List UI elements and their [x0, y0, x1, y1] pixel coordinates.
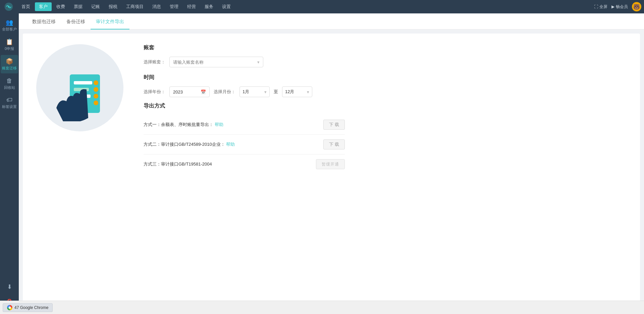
tab-data-migrate[interactable]: 数据包迁移 — [27, 15, 61, 29]
time-section-title: 时间 — [144, 74, 345, 81]
sidebar-item-recycle[interactable]: 🗑 回收站 — [1, 75, 18, 92]
method-3-text: 方式三：审计接口GB/T19581-2004 — [144, 161, 212, 167]
sidebar-item-label: 回收站 — [4, 85, 15, 90]
taskbar: 47 Google Chrome — [0, 301, 644, 314]
chevron-down-icon: ▾ — [307, 89, 309, 95]
top-nav: 首页 客户 收费 票据 记账 报税 工商项目 消息 管理 经营 服务 设置 ⛶ … — [0, 0, 644, 13]
year-input[interactable]: 2023 📅 — [169, 86, 210, 97]
account-select-label: 选择账套： — [144, 59, 165, 65]
chevron-down-icon: ▾ — [264, 89, 267, 95]
time-section: 时间 选择年份： 2023 📅 选择月份： 1月 ▾ — [144, 74, 345, 97]
fullscreen-button[interactable]: ⛶ 全屏 — [594, 4, 607, 10]
nav-home[interactable]: 首页 — [17, 2, 34, 11]
calendar-icon: 📅 — [201, 89, 206, 95]
method-3-open-button[interactable]: 暂缓开通 — [316, 159, 345, 169]
migrate-icon: 📦 — [6, 58, 13, 65]
top-nav-items: 首页 客户 收费 票据 记账 报税 工商项目 消息 管理 经营 服务 设置 — [17, 2, 594, 11]
method-1-download-button[interactable]: 下 载 — [323, 120, 345, 130]
time-select-row: 选择年份： 2023 📅 选择月份： 1月 ▾ 至 — [144, 86, 345, 97]
account-select-input[interactable] — [173, 60, 250, 65]
export-method-1: 方式一：余额表、序时账批量导出： 帮助 下 载 — [144, 115, 345, 135]
fullscreen-icon: ⛶ — [594, 4, 598, 9]
illustration — [36, 44, 123, 131]
export-method-3: 方式三：审计接口GB/T19581-2004 暂缓开通 — [144, 154, 345, 174]
download-icon: ⬇ — [7, 283, 12, 291]
month-start-value: 1月 — [243, 89, 249, 95]
sidebar-item-label: 全部客户 — [2, 27, 17, 32]
dropdown-arrow-icon: ▾ — [257, 60, 260, 65]
form-section: 账套 选择账套： ▾ 时间 选择年份： — [144, 44, 345, 174]
sidebar-item-account-migrate[interactable]: 📦 账套迁移 — [1, 55, 18, 73]
month-end-select[interactable]: 12月 ▾ — [282, 86, 312, 97]
page-content: 账套 选择账套： ▾ 时间 选择年份： — [23, 34, 640, 310]
tag-icon: 🏷 — [6, 97, 12, 104]
svg-point-10 — [94, 101, 98, 105]
account-select-row: 选择账套： ▾ — [144, 57, 345, 67]
chrome-icon — [7, 305, 12, 310]
account-select[interactable]: ▾ — [169, 57, 263, 67]
export-section-title: 导出方式 — [144, 103, 345, 110]
nav-bookkeeping[interactable]: 记账 — [87, 2, 104, 11]
declare-icon: 📋 — [6, 38, 13, 46]
year-value: 2023 — [173, 89, 183, 95]
nav-customer[interactable]: 客户 — [35, 2, 52, 11]
svg-rect-3 — [74, 81, 92, 84]
export-layout: 账套 选择账套： ▾ 时间 选择年份： — [36, 44, 627, 174]
main-layout: 👥 全部客户 📋 0申报 📦 账套迁移 🗑 回收站 🏷 标签设置 ⬇ ❓ — [0, 13, 644, 314]
vip-icon: ▶ — [611, 4, 614, 9]
method-1-help-link[interactable]: 帮助 — [215, 122, 223, 127]
month-start-select[interactable]: 1月 ▾ — [239, 86, 270, 97]
sidebar-item-all-customers[interactable]: 👥 全部客户 — [1, 16, 18, 34]
nav-message[interactable]: 消息 — [148, 2, 165, 11]
month-end-value: 12月 — [285, 89, 294, 95]
method-2-text: 方式二：审计接口GB/T24589-2010企业： 帮助 — [144, 141, 235, 147]
month-separator: 至 — [274, 89, 278, 95]
nav-manage[interactable]: 管理 — [166, 2, 182, 11]
taskbar-chrome-item[interactable]: 47 Google Chrome — [3, 303, 53, 312]
sidebar-item-label: 标签设置 — [2, 105, 17, 109]
tab-audit-export[interactable]: 审计文件导出 — [91, 15, 129, 29]
sidebar-item-label: 账套迁移 — [2, 66, 17, 70]
sidebar: 👥 全部客户 📋 0申报 📦 账套迁移 🗑 回收站 🏷 标签设置 ⬇ ❓ — [0, 13, 19, 314]
user-avatar[interactable]: 🐻 — [632, 2, 641, 11]
top-nav-right: ⛶ 全屏 ▶ 畅会员 🐻 — [594, 2, 641, 11]
customers-icon: 👥 — [6, 19, 13, 26]
content-area: 数据包迁移 备份迁移 审计文件导出 — [19, 13, 644, 314]
sidebar-download-button[interactable]: ⬇ — [1, 280, 18, 293]
nav-fee[interactable]: 收费 — [52, 2, 69, 11]
tabs-bar: 数据包迁移 备份迁移 审计文件导出 — [19, 13, 644, 29]
vip-button[interactable]: ▶ 畅会员 — [611, 4, 628, 10]
nav-operation[interactable]: 经营 — [183, 2, 200, 11]
app-logo[interactable] — [3, 1, 15, 13]
svg-point-1 — [8, 6, 9, 7]
nav-business[interactable]: 工商项目 — [122, 2, 148, 11]
tab-backup-migrate[interactable]: 备份迁移 — [61, 15, 91, 29]
recycle-icon: 🗑 — [6, 77, 12, 84]
year-label: 选择年份： — [144, 89, 165, 95]
sidebar-item-tag-settings[interactable]: 🏷 标签设置 — [1, 94, 18, 112]
method-2-help-link[interactable]: 帮助 — [226, 142, 235, 147]
sidebar-item-zero-declare[interactable]: 📋 0申报 — [1, 36, 18, 54]
nav-service[interactable]: 服务 — [201, 2, 217, 11]
method-2-download-button[interactable]: 下 载 — [323, 139, 345, 149]
nav-tax[interactable]: 报税 — [105, 2, 121, 11]
taskbar-item-label: 47 Google Chrome — [14, 305, 48, 310]
svg-point-7 — [94, 80, 98, 85]
svg-point-8 — [94, 87, 98, 92]
svg-point-9 — [94, 94, 98, 99]
sidebar-item-label: 0申报 — [5, 47, 14, 51]
method-1-text: 方式一：余额表、序时账批量导出： 帮助 — [144, 122, 223, 128]
nav-invoice[interactable]: 票据 — [70, 2, 87, 11]
account-section-title: 账套 — [144, 44, 345, 51]
nav-settings[interactable]: 设置 — [218, 2, 235, 11]
export-method-2: 方式二：审计接口GB/T24589-2010企业： 帮助 下 载 — [144, 135, 345, 154]
month-label: 选择月份： — [214, 89, 235, 95]
